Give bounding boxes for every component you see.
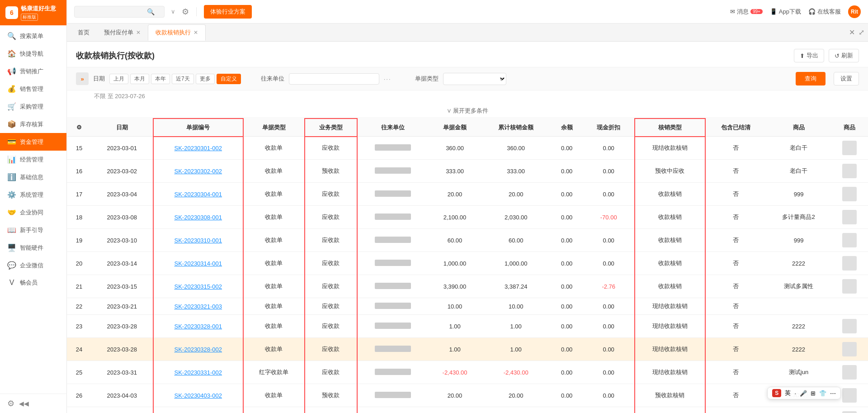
online-service-item[interactable]: 🎧 在线客服 [808, 8, 841, 16]
cell-partner [357, 229, 429, 252]
sidebar-logo-icon: 6 [5, 6, 18, 19]
topbar-search-input[interactable] [79, 8, 147, 15]
billno-link[interactable]: SK-20230314-001 [175, 260, 222, 267]
keyboard-icon[interactable]: ⊞ [811, 390, 816, 397]
sidebar-item-marketing[interactable]: 📢营销推广 [0, 62, 66, 80]
app-download-item[interactable]: 📱 App下载 [770, 8, 801, 16]
sidebar-item-finance[interactable]: 💳资金管理 [0, 133, 66, 151]
table-row: 21 2023-03-15 SK-20230315-002 收款单 应收款 3,… [67, 275, 868, 298]
cell-biztype: 应收款 [305, 183, 357, 206]
cell-billno: SK-20230321-003 [153, 298, 243, 315]
billno-link[interactable]: SK-20230331-002 [175, 369, 222, 376]
billno-link[interactable]: SK-20230321-003 [175, 303, 222, 310]
tab-home[interactable]: 首页 [71, 25, 97, 40]
cell-writetype: 预收款核销 [635, 384, 705, 407]
sidebar-item-quicknav[interactable]: 🏠快捷导航 [0, 45, 66, 62]
cell-writeoff-total: 333.00 [481, 160, 551, 183]
filter-partner-input[interactable] [289, 73, 379, 85]
cell-idx: 21 [67, 275, 91, 298]
filter-date-this-month[interactable]: 本月 [130, 74, 149, 84]
billno-link[interactable]: SK-20230304-001 [175, 191, 222, 198]
billno-link[interactable]: SK-20230328-001 [175, 323, 222, 330]
billno-link[interactable]: SK-20230308-001 [175, 214, 222, 221]
cell-cash-discount: 0.00 [583, 137, 635, 160]
cell-billtype: 收款单 [243, 384, 305, 407]
sidebar-item-vip[interactable]: V畅会员 [0, 274, 66, 291]
table-row: 24 2023-03-28 SK-20230328-002 收款单 应收款 1.… [67, 338, 868, 361]
filter-query-button[interactable]: 查询 [796, 72, 826, 85]
sidebar-item-operation[interactable]: 📊经营管理 [0, 151, 66, 168]
mic-icon[interactable]: 🎤 [800, 390, 807, 397]
col-header-billtype: 单据类型 [243, 119, 305, 137]
billno-link[interactable]: SK-20230328-002 [175, 346, 222, 353]
export-button[interactable]: ⬆ 导出 [794, 49, 824, 62]
refresh-button[interactable]: ↺ 刷新 [829, 49, 859, 62]
cell-balance: 0.00 [551, 252, 583, 275]
goods-thumbnail [842, 388, 857, 403]
cell-cash-discount: 0.00 [583, 160, 635, 183]
sidebar-item-guide[interactable]: 📖新手引导 [0, 221, 66, 239]
topbar-gear-icon[interactable]: ⚙ [182, 7, 189, 17]
cell-amount: 2,100.00 [428, 206, 481, 229]
sidebar-guide-icon: 📖 [7, 226, 16, 234]
billno-link[interactable]: SK-20230301-002 [175, 145, 222, 152]
cell-idx: 15 [67, 137, 91, 160]
settings-icon[interactable]: ⚙ [7, 399, 14, 408]
cell-balance: 0.00 [551, 275, 583, 298]
apps-icon[interactable]: ⋯ [830, 390, 836, 397]
tab-prepay[interactable]: 预付应付单 ✕ [97, 25, 148, 40]
solution-button[interactable]: 体验行业方案 [204, 5, 252, 19]
billno-link[interactable]: SK-20230310-001 [175, 237, 222, 244]
sidebar-item-cooperation[interactable]: 🤝企业协同 [0, 204, 66, 221]
sidebar-item-hardware[interactable]: 🖥️智能硬件 [0, 239, 66, 256]
sidebar-item-basic[interactable]: ℹ️基础信息 [0, 168, 66, 186]
filter-expand-button[interactable]: » [76, 72, 89, 85]
goods-thumbnail [842, 210, 857, 224]
tabs-close-all-button[interactable]: ✕ [849, 28, 855, 37]
cell-include-settled: 否 [705, 206, 766, 229]
cell-biztype: 应收款 [305, 229, 357, 252]
expand-conditions-bar[interactable]: ∨ 展开更多条件 [67, 104, 868, 118]
sidebar-item-sales[interactable]: 💰销售管理 [0, 80, 66, 98]
filter-settings-button[interactable]: 设置 [834, 72, 859, 85]
tab-receipt-exec-close-icon[interactable]: ✕ [193, 29, 198, 36]
cell-writetype: 预收中应收 [635, 160, 705, 183]
messages-item[interactable]: ✉ 消息 99+ [730, 8, 763, 16]
tabs-bar: 首页 预付应付单 ✕ 收款核销执行 ✕ ✕ ⤢ [67, 24, 868, 42]
tab-prepay-close-icon[interactable]: ✕ [136, 29, 141, 36]
sidebar-item-wechat[interactable]: 💬企业微信 [0, 256, 66, 274]
collapse-icon[interactable]: ◀◀ [19, 400, 29, 407]
cell-biztype: 应收款 [305, 361, 357, 384]
billno-link[interactable]: SK-20230403-002 [175, 392, 222, 399]
cell-writeoff-total: 20.00 [481, 384, 551, 407]
billno-link[interactable]: SK-20230302-002 [175, 168, 222, 175]
sidebar-inventory-label: 库存核算 [20, 120, 43, 128]
filter-date-this-year[interactable]: 本年 [151, 74, 170, 84]
user-avatar[interactable]: Rit [848, 5, 861, 18]
filter-date-last-month[interactable]: 上月 [109, 74, 128, 84]
cell-balance: 0.00 [551, 361, 583, 384]
sidebar-logo: 6 畅康道好生意 标推版 [0, 0, 66, 25]
cell-biztype: 应收款 [305, 407, 357, 413]
shirt-icon[interactable]: 👕 [819, 390, 826, 397]
tabs-expand-button[interactable]: ⤢ [859, 28, 864, 37]
cell-include-settled: 否 [705, 275, 766, 298]
filter-date-7days[interactable]: 近7天 [172, 74, 194, 84]
cell-date: 2023-03-21 [91, 298, 153, 315]
sidebar-item-inventory[interactable]: 📦库存核算 [0, 115, 66, 133]
cell-goods2 [831, 338, 868, 361]
sidebar-bottom: ⚙ ◀◀ [0, 394, 66, 413]
tab-receipt-exec[interactable]: 收款核销执行 ✕ [148, 24, 206, 41]
cell-date: 2023-03-15 [91, 275, 153, 298]
cell-billno: SK-20230314-001 [153, 252, 243, 275]
sidebar-item-purchase[interactable]: 🛒采购管理 [0, 98, 66, 115]
cell-goods2 [831, 407, 868, 413]
sidebar-item-system[interactable]: ⚙️系统管理 [0, 186, 66, 204]
sidebar-item-search[interactable]: 🔍搜索菜单 [0, 27, 66, 45]
filter-date-more[interactable]: 更多 [196, 74, 215, 84]
topbar-search-box[interactable]: 🔍 [74, 6, 165, 18]
billno-link[interactable]: SK-20230315-002 [175, 283, 222, 290]
sidebar-basic-icon: ℹ️ [7, 173, 16, 181]
filter-bill-type-select[interactable] [443, 73, 506, 85]
filter-date-custom[interactable]: 自定义 [217, 74, 241, 84]
